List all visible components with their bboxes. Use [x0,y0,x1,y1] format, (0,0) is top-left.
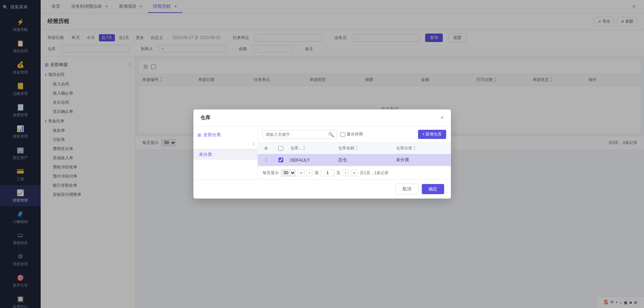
modal-header: 仓库 × [193,109,451,126]
th-category: 仓库分类 ▲▼ [393,143,451,154]
modal-title: 仓库 [200,115,210,121]
modal-footer: 取消 确定 [193,179,451,199]
grid-icon: ⊞ [198,132,201,138]
modal-page-input[interactable] [321,169,334,176]
row-name: 总仓 [335,154,393,166]
table-row[interactable]: 1 DEFAULT 总仓 未分类 [258,154,451,166]
th-check [275,143,287,154]
modal-category-uncategorized[interactable]: 未分类 [193,149,257,160]
cancel-button[interactable]: 取消 [395,184,418,194]
modal-total-info: 共1页，1条记录 [360,170,389,176]
modal-table-header: ⚙ 仓库... ▲▼ 仓库名称 ▲▼ [258,143,451,154]
modal-table: ⚙ 仓库... ▲▼ 仓库名称 ▲▼ [258,143,451,166]
modal-page-size-select[interactable]: 50 [281,169,296,177]
confirm-button[interactable]: 确定 [422,184,444,194]
modal-all-categories[interactable]: ⊞ 全部分类 [193,130,257,140]
modal-close-button[interactable]: × [440,114,444,121]
modal-pagination: 每页显示 50 « ‹ 第 页 › » 共1页，1条记录 [258,166,451,179]
modal-last-page-button[interactable]: » [351,169,358,176]
warehouse-modal: 仓库 × ⊞ 全部分类 《 未分类 [193,109,451,199]
modal-next-page-button[interactable]: › [342,169,349,176]
modal-search-box[interactable]: 🔍 [263,130,337,139]
row-checkbox[interactable] [278,158,283,162]
modal-body: ⊞ 全部分类 《 未分类 🔍 显示停用 [193,126,451,179]
modal-category-panel: ⊞ 全部分类 《 未分类 [193,126,258,179]
show-disabled-checkbox-label[interactable]: 显示停用 [340,131,363,137]
collapse-modal-left-icon[interactable]: 《 [250,141,255,147]
th-name: 仓库名称 ▲▼ [335,143,393,154]
row-code: DEFAULT [287,154,335,166]
modal-prev-page-button[interactable]: ‹ [307,169,313,176]
th-idx: ⚙ [258,143,275,154]
modal-select-all[interactable] [278,146,283,151]
modal-first-page-button[interactable]: « [298,169,305,176]
modal-search-input[interactable] [266,132,328,137]
modal-table-panel: 🔍 显示停用 + 新增仓库 ⚙ [258,126,451,179]
search-icon[interactable]: 🔍 [328,132,334,137]
modal-toolbar: 🔍 显示停用 + 新增仓库 [258,126,451,143]
row-index: 1 [258,154,275,166]
row-category: 未分类 [393,154,451,166]
add-warehouse-button[interactable]: + 新增仓库 [418,130,446,139]
row-checkbox-cell [275,154,287,166]
show-disabled-checkbox[interactable] [340,132,345,137]
modal-overlay: 仓库 × ⊞ 全部分类 《 未分类 [0,0,644,308]
th-code: 仓库... ▲▼ [287,143,335,154]
settings-col-icon[interactable]: ⚙ [264,146,268,151]
